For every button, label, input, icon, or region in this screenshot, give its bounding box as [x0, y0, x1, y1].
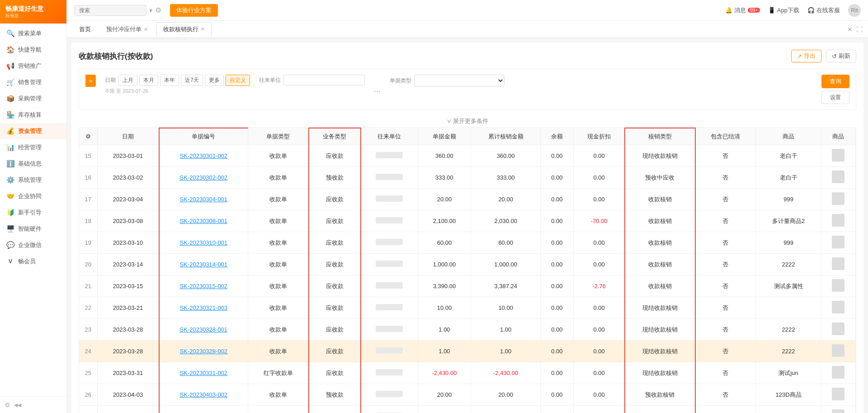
cell-no: 16 [79, 167, 97, 189]
sidebar-item-finance[interactable]: 💰 资金管理 [0, 123, 66, 139]
cell-partner [361, 275, 418, 297]
date-this-year[interactable]: 本年 [160, 75, 179, 86]
cell-verify-type: 现结收款核销 [625, 319, 695, 341]
cell-product-img [821, 167, 855, 189]
sidebar-item-marketing[interactable]: 📢 营销推广 [0, 58, 66, 74]
sidebar-item-label: 搜索菜单 [18, 29, 42, 38]
tabbar: 首页 预付冲应付单 ✕ 收款核销执行 ✕ ✕ ⛶ [67, 21, 868, 38]
filter-date-group: 日期 上月 本月 本年 近7天 更多 自定义 不限 至 2023-07-26 [105, 75, 250, 95]
cell-product: 多计量商品2 [756, 210, 821, 232]
date-more[interactable]: 更多 [205, 75, 224, 86]
doc-no-link[interactable]: SK-20230331-002 [180, 370, 228, 376]
sidebar-item-wechat[interactable]: 💬 企业微信 [0, 237, 66, 253]
cell-balance: 0.00 [540, 406, 573, 413]
data-table-container: ⚙ 日期 单据编号 单据类型 业务类型 往来单位 单据金额 累计核销金额 余额 … [79, 127, 856, 413]
cell-product: 2222 [756, 254, 821, 275]
sidebar-item-search[interactable]: 🔍 搜索菜单 [0, 25, 66, 42]
query-button[interactable]: 查询 [821, 75, 849, 88]
sidebar-item-quicknav[interactable]: 🏠 快捷导航 [0, 42, 66, 58]
cell-date: 2023-04-03 [97, 384, 159, 406]
cell-doc-type: 收款单 [248, 189, 309, 210]
tab-payable-label: 预付冲应付单 [106, 25, 142, 33]
sidebar-item-purchase[interactable]: 📦 采购管理 [0, 90, 66, 107]
cell-discount: 0.00 [573, 167, 625, 189]
dropdown-icon[interactable]: ▾ [149, 7, 152, 14]
filter-dots[interactable]: ... [374, 85, 381, 94]
expand-more-row[interactable]: ∨ 展开更多条件 [79, 115, 856, 127]
tab-close-icon[interactable]: ✕ [847, 26, 853, 33]
col-gear[interactable]: ⚙ [79, 128, 97, 145]
tab-expand-icon[interactable]: ⛶ [856, 26, 863, 33]
tab-home[interactable]: 首页 [72, 22, 98, 36]
cell-date: 2023-03-21 [97, 297, 159, 319]
tab-payable[interactable]: 预付冲应付单 ✕ [99, 22, 155, 36]
filter-toggle-button[interactable]: » [85, 75, 96, 87]
search-input[interactable] [74, 5, 146, 16]
headset-icon: 🎧 [807, 7, 815, 14]
solution-button[interactable]: 体验行业方案 [170, 4, 218, 17]
cell-partner [361, 319, 418, 341]
doc-no-link[interactable]: SK-20230403-002 [180, 391, 228, 398]
doc-no-link[interactable]: SK-20230301-002 [180, 152, 228, 159]
cell-amount: 10.00 [418, 297, 471, 319]
doc-no-link[interactable]: SK-20230304-001 [180, 196, 228, 203]
app-sub: 标推版 [5, 13, 19, 19]
voucher-type-select[interactable] [414, 75, 505, 86]
cell-doc-type: 收款单 [248, 210, 309, 232]
sidebar-item-basic[interactable]: ℹ️ 基础信息 [0, 156, 66, 172]
sidebar-item-hardware[interactable]: 🖥️ 智能硬件 [0, 221, 66, 237]
date-custom[interactable]: 自定义 [226, 75, 250, 86]
messages-item[interactable]: 🔔 消息 99+ [725, 6, 760, 14]
search-icon: 🔍 [6, 29, 14, 38]
date-7days[interactable]: 近7天 [181, 75, 203, 86]
sidebar-item-enterprise[interactable]: 🤝 企业协同 [0, 188, 66, 204]
sidebar-item-inventory[interactable]: 🏪 库存核算 [0, 107, 66, 123]
sidebar-item-guide[interactable]: 🔰 新手引导 [0, 204, 66, 221]
export-button[interactable]: ↗ 导出 [791, 50, 821, 62]
sidebar-item-system[interactable]: ⚙️ 系统管理 [0, 172, 66, 188]
doc-no-link[interactable]: SK-20230302-002 [180, 174, 228, 181]
app-download-item[interactable]: 📱 App下载 [768, 6, 799, 14]
tab-receipt[interactable]: 收款核销执行 ✕ [156, 22, 212, 37]
sidebar-item-operation[interactable]: 📊 经营管理 [0, 139, 66, 156]
cell-no: 21 [79, 275, 97, 297]
cell-no: 19 [79, 232, 97, 254]
doc-no-link[interactable]: SK-20230321-003 [180, 304, 228, 311]
partner-input[interactable] [283, 75, 365, 85]
cell-include-cleared: 否 [695, 297, 756, 319]
refresh-button[interactable]: ↺ 刷新 [826, 50, 856, 62]
messages-label: 消息 [734, 6, 746, 14]
sidebar-item-sales[interactable]: 🛒 销售管理 [0, 74, 66, 90]
cell-verified: -2,430.00 [471, 362, 541, 384]
doc-no-link[interactable]: SK-20230314-001 [180, 261, 228, 268]
user-avatar[interactable]: Rit [848, 4, 861, 17]
date-last-month[interactable]: 上月 [118, 75, 137, 86]
info-icon: ℹ️ [6, 160, 14, 168]
sidebar-item-label: 畅会员 [18, 257, 36, 266]
cell-doc-no: SK-20230302-002 [159, 167, 248, 189]
tab-receipt-close[interactable]: ✕ [201, 26, 205, 32]
sidebar-item-member[interactable]: V 畅会员 [0, 253, 66, 270]
settings-icon[interactable]: ⚙ [5, 401, 10, 408]
online-service-item[interactable]: 🎧 在线客服 [807, 6, 840, 14]
partner-label: 往来单位 [259, 76, 281, 84]
filter-actions: 查询 设置 [821, 75, 849, 104]
cell-verify-type: 收款核销 [625, 210, 695, 232]
doc-no-link[interactable]: SK-20230328-002 [180, 348, 228, 355]
doc-no-link[interactable]: SK-20230315-002 [180, 283, 228, 290]
cell-doc-type: 收款单 [248, 297, 309, 319]
date-this-month[interactable]: 本月 [139, 75, 158, 86]
cell-biz-type: 应收款 [309, 232, 361, 254]
topbar-gear-icon[interactable]: ⚙ [155, 6, 161, 14]
doc-no-link[interactable]: SK-20230310-001 [180, 239, 228, 246]
doc-no-link[interactable]: SK-20230328-001 [180, 326, 228, 333]
doc-no-link[interactable]: SK-20230308-001 [180, 218, 228, 224]
tab-payable-close[interactable]: ✕ [144, 27, 148, 33]
col-balance: 余额 [540, 128, 573, 145]
home-icon: 🏠 [6, 46, 14, 54]
table-row: 21 2023-03-15 SK-20230315-002 收款单 应收款 3,… [79, 275, 856, 297]
setting-button[interactable]: 设置 [821, 91, 849, 104]
sidebar-bottom: ⚙ ◀◀ [0, 396, 66, 413]
collapse-icon[interactable]: ◀◀ [14, 402, 21, 408]
cell-no: 26 [79, 384, 97, 406]
